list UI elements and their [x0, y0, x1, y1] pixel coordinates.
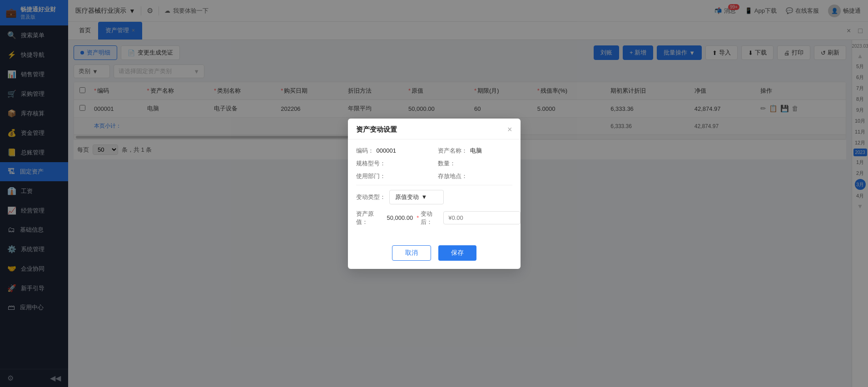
modal-title: 资产变动设置: [356, 125, 397, 134]
modal-code-field: 编码： 000001: [356, 147, 431, 155]
modal-change-type-select[interactable]: 原值变动 ▼: [389, 190, 444, 204]
asset-change-modal: 资产变动设置 × 编码： 000001 资产名称： 电脑 规格型号：: [348, 119, 521, 269]
modal-close-btn[interactable]: ×: [507, 125, 512, 134]
modal-change-type-label: 变动类型：: [356, 193, 386, 201]
modal-asset-value-label: 资产原值：: [356, 210, 383, 226]
modal-change-type-arrow: ▼: [422, 194, 427, 200]
modal-asset-value-row: 资产原值： 50,000.00 * 变动后：: [356, 210, 512, 226]
modal-name-field: 资产名称： 电脑: [438, 147, 512, 155]
modal-location-field: 存放地点：: [438, 172, 512, 180]
modal-row-dept-location: 使用部门： 存放地点：: [356, 172, 512, 180]
modal-divider: [356, 185, 512, 185]
modal-spec-label: 规格型号：: [356, 159, 386, 168]
modal-code-label: 编码：: [356, 147, 374, 155]
modal-spec-field: 规格型号：: [356, 159, 431, 168]
modal-code-value: 000001: [377, 147, 396, 154]
modal-row-spec-qty: 规格型号： 数量：: [356, 159, 512, 168]
modal-body: 编码： 000001 资产名称： 电脑 规格型号： 数量：: [348, 139, 521, 241]
modal-name-value: 电脑: [470, 147, 482, 155]
modal-footer: 取消 保存: [348, 241, 521, 269]
modal-change-type-value: 原值变动: [395, 193, 419, 201]
modal-asset-value: 50,000.00: [387, 214, 413, 221]
modal-after-wrap: * 变动后：: [417, 210, 521, 226]
modal-after-input[interactable]: [443, 211, 521, 224]
modal-header: 资产变动设置 ×: [348, 119, 521, 139]
modal-name-label: 资产名称：: [438, 147, 467, 155]
modal-after-star: *: [417, 214, 419, 221]
modal-row-code-name: 编码： 000001 资产名称： 电脑: [356, 147, 512, 155]
modal-dept-label: 使用部门：: [356, 172, 386, 180]
modal-after-label: 变动后：: [421, 210, 441, 226]
modal-overlay: 资产变动设置 × 编码： 000001 资产名称： 电脑 规格型号：: [0, 0, 868, 387]
modal-qty-label: 数量：: [438, 159, 456, 168]
modal-save-btn[interactable]: 保存: [438, 245, 476, 261]
modal-cancel-btn[interactable]: 取消: [392, 245, 431, 261]
modal-location-label: 存放地点：: [438, 172, 467, 180]
modal-dept-field: 使用部门：: [356, 172, 431, 180]
modal-qty-field: 数量：: [438, 159, 512, 168]
modal-change-type-row: 变动类型： 原值变动 ▼: [356, 190, 512, 204]
